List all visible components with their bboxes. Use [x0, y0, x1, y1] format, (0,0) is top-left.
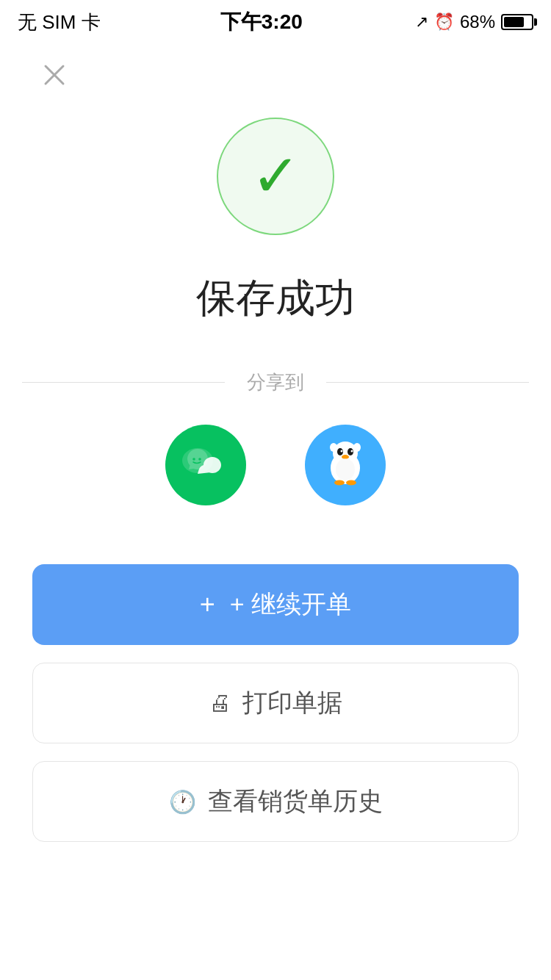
printer-icon: 🖨 [209, 691, 231, 716]
svg-point-15 [336, 458, 355, 480]
alarm-icon: ⏰ [434, 12, 454, 32]
qq-share-button[interactable] [305, 425, 386, 505]
share-section: 分享到 [0, 370, 551, 505]
continue-button[interactable]: + + 继续开单 [32, 564, 519, 645]
carrier-text: 无 SIM 卡 [18, 10, 101, 35]
main-content: ✓ 保存成功 分享到 [0, 44, 551, 842]
success-title: 保存成功 [196, 272, 355, 325]
svg-point-19 [353, 443, 361, 452]
continue-label: + 继续开单 [230, 588, 351, 621]
success-icon-circle: ✓ [217, 118, 334, 235]
svg-point-12 [341, 450, 343, 453]
svg-point-6 [198, 458, 201, 461]
print-button[interactable]: 🖨 打印单据 [32, 663, 519, 743]
history-label: 查看销货单历史 [208, 785, 383, 818]
checkmark-icon: ✓ [251, 147, 300, 206]
clock-icon: 🕐 [169, 789, 196, 815]
location-icon: ↗ [415, 12, 428, 32]
buttons-section: + + 继续开单 🖨 打印单据 🕐 查看销货单历史 [0, 564, 551, 842]
history-button[interactable]: 🕐 查看销货单历史 [32, 761, 519, 842]
battery-percent: 68% [460, 12, 495, 32]
close-button[interactable] [32, 53, 76, 97]
status-time: 下午3:20 [220, 8, 303, 36]
plus-icon: + [200, 589, 215, 620]
status-right: ↗ ⏰ 68% [415, 12, 533, 32]
status-left: 无 SIM 卡 [18, 10, 108, 35]
svg-point-17 [346, 480, 356, 486]
battery-icon [501, 14, 533, 30]
svg-point-5 [192, 458, 195, 461]
wechat-share-button[interactable] [165, 425, 246, 505]
svg-point-16 [334, 480, 345, 486]
print-label: 打印单据 [242, 686, 342, 720]
svg-point-18 [330, 443, 337, 452]
status-bar: 无 SIM 卡 下午3:20 ↗ ⏰ 68% [0, 0, 551, 44]
share-divider: 分享到 [0, 370, 551, 395]
share-label: 分享到 [247, 370, 304, 395]
svg-point-13 [351, 450, 353, 453]
share-icons [0, 425, 551, 505]
